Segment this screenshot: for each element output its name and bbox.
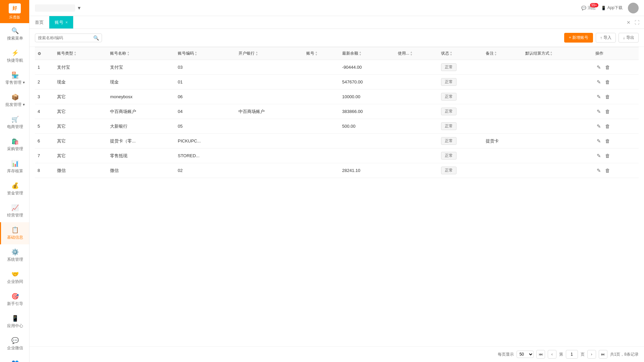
sidebar-item-快捷导航[interactable]: ⚡ 快捷导航 <box>0 45 29 67</box>
sidebar-item-搜索菜单[interactable]: 🔍 搜索菜单 <box>0 23 29 45</box>
col-default_pay[interactable]: 默认结算方式▲▼ <box>523 47 593 60</box>
add-account-button[interactable]: + 新增账号 <box>564 33 593 43</box>
sidebar-item-电商管理[interactable]: 🛒 电商管理 <box>0 112 29 134</box>
edit-button[interactable]: ✎ <box>595 109 602 115</box>
sidebar-item-经营管理[interactable]: 📈 经营管理 <box>0 200 29 222</box>
col-code[interactable]: 账号编码▲▼ <box>175 47 236 60</box>
per-page-select[interactable]: 50 100 <box>517 351 534 358</box>
tab-首页[interactable]: 首页 <box>30 16 49 28</box>
accounts-table: ⚙账号类型▲▼账号名称▲▼账号编码▲▼开户银行▲▼账号▲▼最新余额▲▼使用...… <box>35 47 639 178</box>
close-window-icon[interactable]: ✕ <box>627 20 632 25</box>
page-suffix-label: 页 <box>581 352 585 357</box>
user-avatar[interactable] <box>628 3 639 13</box>
search-input[interactable] <box>38 36 93 40</box>
sidebar-item-label: 电商管理 <box>7 124 23 130</box>
table-row: 2现金现金01547670.00正常 ✎ 🗑 <box>35 75 639 89</box>
col-status[interactable]: 状态▲▼ <box>438 47 483 60</box>
col-name[interactable]: 账号名称▲▼ <box>107 47 175 60</box>
tab-close-icon[interactable]: × <box>65 20 68 25</box>
sidebar: 好 乐透版 🔍 搜索菜单 ⚡ 快捷导航 🏪 零售管理 ▾ 📦 批发管理 ▾ 🛒 … <box>0 0 30 362</box>
row-remark <box>483 163 523 178</box>
col-balance[interactable]: 最新余额▲▼ <box>339 47 395 60</box>
sort-icon: ▲▼ <box>255 51 258 56</box>
export-button[interactable]: ↓ 导出 <box>619 33 639 43</box>
edit-button[interactable]: ✎ <box>595 94 602 100</box>
app-download-button[interactable]: 📱 App下载 <box>601 5 623 11</box>
main-area: ▾ 💬 消息 99+ 📱 App下载 首页账号× ✕ ⛶ <box>30 0 644 362</box>
sidebar-item-新手引导[interactable]: 🎯 新手引导 <box>0 289 29 311</box>
next-page-button[interactable]: › <box>587 350 596 359</box>
sidebar-item-库存核算[interactable]: 📊 库存核算 <box>0 156 29 178</box>
edit-button[interactable]: ✎ <box>595 168 602 174</box>
sidebar-item-企业协同[interactable]: 🤝 企业协同 <box>0 266 29 289</box>
row-no: 5 <box>35 119 54 134</box>
row-remark: 提货卡 <box>483 134 523 148</box>
maximize-window-icon[interactable]: ⛶ <box>635 20 640 25</box>
tab-label: 首页 <box>35 19 44 25</box>
delete-button[interactable]: 🗑 <box>604 94 611 100</box>
row-no: 6 <box>35 134 54 148</box>
topbar-search-input[interactable] <box>35 4 75 12</box>
sidebar-item-label: 零售管理 ▾ <box>5 80 24 85</box>
last-page-button[interactable]: ⏭ <box>599 350 607 359</box>
edit-button[interactable]: ✎ <box>595 123 602 129</box>
tab-账号[interactable]: 账号× <box>49 16 73 28</box>
sidebar-item-资金管理[interactable]: 💰 资金管理 <box>0 178 29 200</box>
prev-page-button[interactable]: ‹ <box>548 350 556 359</box>
edit-button[interactable]: ✎ <box>595 153 602 159</box>
col-usage[interactable]: 使用...▲▼ <box>395 47 438 60</box>
row-type: 其它 <box>54 89 108 104</box>
row-type: 其它 <box>54 119 108 134</box>
sidebar-item-零售管理[interactable]: 🏪 零售管理 ▾ <box>0 67 29 89</box>
row-status: 正常 <box>438 75 483 89</box>
delete-button[interactable]: 🗑 <box>604 79 611 85</box>
sort-icon: ▲▼ <box>494 51 497 56</box>
settings-icon[interactable]: ⚙ <box>38 51 41 56</box>
row-default-pay <box>523 75 593 89</box>
col-account[interactable]: 账号▲▼ <box>304 47 339 60</box>
sidebar-item-基础信息[interactable]: 📋 基础信息 <box>0 222 29 244</box>
row-status: 正常 <box>438 60 483 75</box>
sort-icon: ▲▼ <box>127 51 129 56</box>
sidebar-item-应用中心[interactable]: 📱 应用中心 <box>0 311 29 333</box>
edit-button[interactable]: ✎ <box>595 79 602 85</box>
messages-button[interactable]: 💬 消息 99+ <box>581 5 596 11</box>
row-bank <box>236 163 304 178</box>
row-type: 现金 <box>54 75 108 89</box>
delete-button[interactable]: 🗑 <box>604 123 611 129</box>
search-icon[interactable]: 🔍 <box>93 35 99 41</box>
sort-icon: ▲▼ <box>450 51 452 56</box>
delete-button[interactable]: 🗑 <box>604 153 611 159</box>
delete-button[interactable]: 🗑 <box>604 64 611 70</box>
delete-button[interactable]: 🗑 <box>604 138 611 144</box>
sidebar-item-批发管理[interactable]: 📦 批发管理 ▾ <box>0 89 29 112</box>
page-input[interactable] <box>566 350 578 359</box>
first-page-button[interactable]: ⏮ <box>536 350 545 359</box>
edit-button[interactable]: ✎ <box>595 64 602 70</box>
topbar: ▾ 💬 消息 99+ 📱 App下载 <box>30 0 644 16</box>
col-type[interactable]: 账号类型▲▼ <box>54 47 108 60</box>
sidebar-item-系统管理[interactable]: ⚙️ 系统管理 <box>0 244 29 266</box>
sidebar-menu: 🔍 搜索菜单 ⚡ 快捷导航 🏪 零售管理 ▾ 📦 批发管理 ▾ 🛒 电商管理 🛍… <box>0 23 29 362</box>
row-usage <box>395 148 438 163</box>
row-code: 03 <box>175 60 236 75</box>
delete-button[interactable]: 🗑 <box>604 168 611 173</box>
row-code: 05 <box>175 119 236 134</box>
app-download-label: App下载 <box>607 5 623 11</box>
row-remark <box>483 104 523 119</box>
col-bank[interactable]: 开户银行▲▼ <box>236 47 304 60</box>
import-button[interactable]: ↑ 导入 <box>596 33 616 43</box>
edit-button[interactable]: ✎ <box>595 138 602 144</box>
delete-button[interactable]: 🗑 <box>604 109 611 114</box>
phone-icon: 📱 <box>601 6 606 10</box>
row-account <box>304 104 339 119</box>
col-remark[interactable]: 备注▲▼ <box>483 47 523 60</box>
sidebar-item-畅会员[interactable]: 👥 畅会员 <box>0 355 29 362</box>
sidebar-item-企业微信[interactable]: 💬 企业微信 <box>0 333 29 355</box>
table-wrap: ⚙账号类型▲▼账号名称▲▼账号编码▲▼开户银行▲▼账号▲▼最新余额▲▼使用...… <box>30 47 644 346</box>
status-badge: 正常 <box>441 63 457 71</box>
sidebar-item-采购管理[interactable]: 🛍️ 采购管理 <box>0 134 29 156</box>
row-bank <box>236 148 304 163</box>
row-status: 正常 <box>438 119 483 134</box>
topbar-dropdown-icon[interactable]: ▾ <box>78 5 80 11</box>
